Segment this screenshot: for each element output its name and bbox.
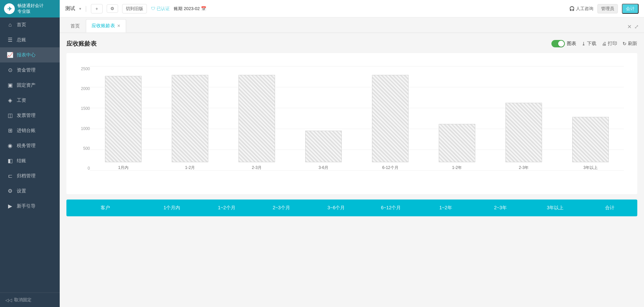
sidebar-item-tax[interactable]: ◉ 税务管理 <box>0 138 60 153</box>
main-area: 测试 ▾ | ＋ ⚙ 切到旧版 🛡 已认证 账期 2023-02 📅 🎧 人工咨… <box>60 0 644 307</box>
bar-1-2月 <box>172 75 208 162</box>
download-btn[interactable]: ⤓ 下载 <box>582 41 596 47</box>
sidebar-item-funds[interactable]: ⊙ 资金管理 <box>0 62 60 78</box>
sidebar-item-label: 固定资产 <box>17 82 36 88</box>
sidebar-item-assets[interactable]: ▣ 固定资产 <box>0 78 60 93</box>
toggle-track[interactable] <box>551 40 565 47</box>
tab-home[interactable]: 首页 <box>65 20 85 33</box>
th-1month: 1个月内 <box>145 200 199 216</box>
th-customer: 客户 <box>66 200 145 216</box>
bar-group-1月内: 1月内 <box>90 67 157 171</box>
bar-group-2-3年: 2-3年 <box>490 67 557 171</box>
sidebar: ✈ 畅捷通好会计 专业版 ⌂ 首页 ☰ 总账 📈 报表中心 ⊙ 资金管理 ▣ 固… <box>0 0 60 307</box>
consult-btn[interactable]: 🎧 人工咨询 <box>569 6 593 12</box>
sidebar-item-wages[interactable]: ◈ 工资 <box>0 93 60 108</box>
company-dropdown-icon[interactable]: ▾ <box>79 6 81 11</box>
th-total: 合计 <box>583 200 637 216</box>
sidebar-item-label: 发票管理 <box>17 113 36 119</box>
period-value: 2023-02 <box>184 6 200 11</box>
user-btn[interactable]: 管理员 <box>597 4 618 13</box>
th-1-2month: 1~2个月 <box>199 200 254 216</box>
refresh-btn[interactable]: ↻ 刷新 <box>623 41 637 47</box>
tax-icon: ◉ <box>7 142 13 149</box>
table-container: 客户 1个月内 1~2个月 2~3个月 3~6个月 6~12个月 1~2年 2~… <box>66 200 637 216</box>
x-label-1月内: 1月内 <box>118 165 128 171</box>
sidebar-item-home[interactable]: ⌂ 首页 <box>0 17 60 32</box>
download-label: 下载 <box>587 41 596 47</box>
cancel-fixed-btn[interactable]: ◁◁ 取消固定 <box>0 293 60 307</box>
close-window-btn[interactable]: ✕ <box>627 24 632 30</box>
bar-group-3-6月: 3-6月 <box>290 67 357 171</box>
tabbar: 首页 应收账龄表 ✕ ✕ ⤢ <box>60 17 644 33</box>
role-btn[interactable]: 会计 <box>622 4 639 14</box>
th-3-6month: 3~6个月 <box>309 200 364 216</box>
th-2-3year: 2~3年 <box>473 200 528 216</box>
chart-toggle-label: 图表 <box>567 41 576 47</box>
assets-icon: ▣ <box>7 82 13 88</box>
pin-icon: ◁◁ <box>5 298 12 303</box>
wages-icon: ◈ <box>7 97 13 103</box>
y-axis: 0 500 1000 1500 2000 2500 <box>76 67 90 171</box>
sidebar-item-label: 税务管理 <box>17 143 36 149</box>
sidebar-item-label: 资金管理 <box>17 67 36 73</box>
sidebar-item-archive[interactable]: ⊏ 归档管理 <box>0 168 60 183</box>
tab-aging-label: 应收账龄表 <box>92 23 115 29</box>
refresh-label: 刷新 <box>628 41 637 47</box>
x-label-1-2年: 1-2年 <box>452 165 462 171</box>
topbar: 测试 ▾ | ＋ ⚙ 切到旧版 🛡 已认证 账期 2023-02 📅 🎧 人工咨… <box>60 0 644 17</box>
switch-version-btn[interactable]: 切到旧版 <box>122 4 147 13</box>
print-btn[interactable]: 🖨 打印 <box>602 41 617 47</box>
x-label-3-6月: 3-6月 <box>319 165 328 171</box>
tab-aging-close[interactable]: ✕ <box>117 24 120 28</box>
sidebar-item-report[interactable]: 📈 报表中心 <box>0 47 60 62</box>
y-label-500: 500 <box>76 146 90 151</box>
topbar-right: 🎧 人工咨询 管理员 会计 <box>569 4 639 14</box>
sidebar-item-label: 结账 <box>17 158 26 164</box>
bar-group-6-12个月: 6-12个月 <box>357 67 424 171</box>
sidebar-item-label: 归档管理 <box>17 173 36 179</box>
y-label-1000: 1000 <box>76 126 90 131</box>
toggle-thumb <box>558 41 564 47</box>
ledger-icon: ☰ <box>7 37 13 43</box>
shield-icon: 🛡 <box>151 6 155 11</box>
sidebar-item-sales[interactable]: ⊞ 进销台账 <box>0 123 60 138</box>
y-label-2000: 2000 <box>76 86 90 91</box>
invoice-icon: ◫ <box>7 112 13 119</box>
chart-toggle[interactable]: 图表 <box>551 40 576 47</box>
x-label-2-3年: 2-3年 <box>519 165 529 171</box>
bar-2-3月 <box>238 75 275 162</box>
bar-group-2-3月: 2-3月 <box>223 67 290 171</box>
sidebar-item-closing[interactable]: ◧ 结账 <box>0 153 60 168</box>
certified-badge: 🛡 已认证 <box>151 6 170 12</box>
topbar-sep1: | <box>85 5 87 12</box>
cancel-fixed-label: 取消固定 <box>14 297 32 303</box>
report-icon: 📈 <box>7 52 13 58</box>
sidebar-item-settings[interactable]: ⚙ 设置 <box>0 183 60 199</box>
calendar-icon[interactable]: 📅 <box>201 6 206 11</box>
tab-actions: ✕ ⤢ <box>627 24 639 30</box>
archive-icon: ⊏ <box>7 173 13 179</box>
page-actions: 图表 ⤓ 下载 🖨 打印 ↻ 刷新 <box>551 40 637 47</box>
sidebar-item-label: 首页 <box>17 22 26 28</box>
add-btn[interactable]: ＋ <box>91 4 103 13</box>
x-label-3年以上: 3年以上 <box>583 165 598 171</box>
company-name: 测试 <box>65 5 75 12</box>
headset-icon: 🎧 <box>569 6 575 11</box>
chart-container: 0 500 1000 1500 2000 2500 <box>66 53 637 194</box>
sidebar-item-label: 报表中心 <box>17 52 36 58</box>
certified-text: 已认证 <box>157 6 170 12</box>
sidebar-logo: ✈ 畅捷通好会计 专业版 <box>0 0 60 17</box>
settings-icon: ⚙ <box>7 188 13 194</box>
page-title: 应收账龄表 <box>66 40 97 48</box>
tab-aging[interactable]: 应收账龄表 ✕ <box>86 19 126 33</box>
th-2-3month: 2~3个月 <box>254 200 309 216</box>
x-label-2-3月: 2-3月 <box>252 165 262 171</box>
content-area: 应收账龄表 图表 ⤓ 下载 🖨 打印 ↻ 刷新 <box>60 33 644 307</box>
sidebar-item-guide[interactable]: ▶ 新手引导 <box>0 199 60 214</box>
sidebar-item-invoice[interactable]: ◫ 发票管理 <box>0 108 60 123</box>
expand-btn[interactable]: ⤢ <box>634 24 639 30</box>
sidebar-item-label: 工资 <box>17 97 26 103</box>
sidebar-item-ledger[interactable]: ☰ 总账 <box>0 32 60 47</box>
print-icon: 🖨 <box>602 41 606 46</box>
settings-btn[interactable]: ⚙ <box>107 4 118 13</box>
